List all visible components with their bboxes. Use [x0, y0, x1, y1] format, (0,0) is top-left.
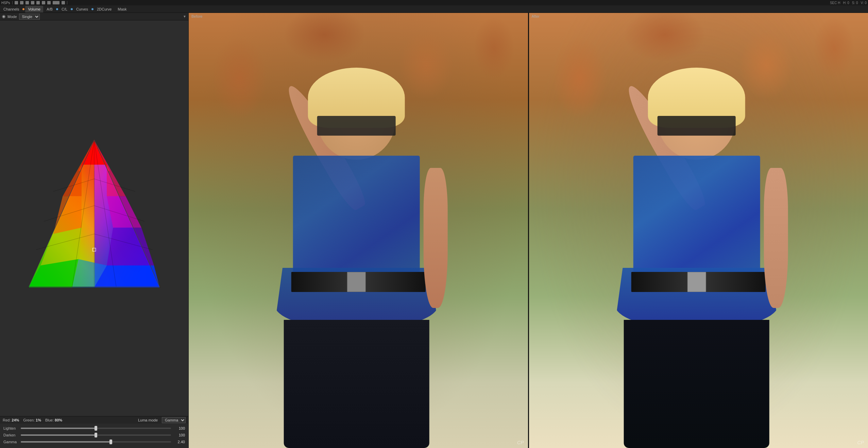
- gamma-thumb[interactable]: [109, 440, 112, 444]
- darken-track[interactable]: [21, 434, 171, 436]
- before-skirt: [284, 320, 429, 448]
- after-torso: [633, 156, 760, 284]
- tab-volume-label: Volume: [28, 7, 40, 11]
- lighten-fill: [21, 428, 96, 429]
- color-wheel-area[interactable]: [0, 20, 188, 416]
- tab-mask-label: Mask: [118, 7, 126, 11]
- color-info-bar: Red: 24% Green: 1% Blue: 80% Luma mode G…: [0, 416, 188, 424]
- sliders-area: Lighten 100 Darken 100 Gamma: [0, 424, 188, 448]
- gamma-label: Gamma: [3, 440, 19, 444]
- left-panel: Mode Single Multi ▼: [0, 13, 189, 448]
- lighten-label: Lighten: [3, 426, 19, 430]
- tab-ab[interactable]: A/B: [44, 6, 55, 13]
- gamma-value: 2.40: [173, 440, 185, 444]
- tab-dot-curves: [71, 8, 73, 10]
- toolbar-icon-5[interactable]: [36, 1, 40, 4]
- before-torso: [293, 156, 420, 284]
- lighten-slider-row: Lighten 100: [3, 426, 185, 431]
- toolbar-icon-9[interactable]: [62, 1, 65, 4]
- top-toolbar: HSPs SEC H H: 0 S: 0 V: 0: [0, 0, 868, 5]
- after-photo: [529, 13, 868, 448]
- darken-label: Darken: [3, 433, 19, 437]
- toolbar-icon-8[interactable]: [53, 1, 59, 4]
- tab-cl-label: C/L: [62, 7, 67, 11]
- tab-dot-cl: [56, 8, 58, 10]
- luma-mode-select[interactable]: Gamma Linear: [162, 417, 186, 423]
- tab-mask[interactable]: Mask: [115, 6, 129, 13]
- after-image: CP: [529, 13, 868, 448]
- after-buckle: [687, 272, 706, 292]
- after-figure: [605, 48, 792, 448]
- before-pane: Before: [189, 13, 528, 448]
- darken-value: 100: [173, 433, 185, 437]
- tab-channels[interactable]: Channels: [1, 6, 22, 13]
- toolbar-icon-3[interactable]: [25, 1, 29, 4]
- lighten-thumb[interactable]: [95, 426, 97, 431]
- tab-dot-2dcurve: [91, 8, 93, 10]
- darken-slider-row: Darken 100: [3, 432, 185, 438]
- color-wheel-container[interactable]: [9, 133, 179, 303]
- before-sunglasses: [317, 116, 395, 136]
- before-figure: [265, 48, 452, 448]
- tab-2dcurve[interactable]: 2DCurve: [94, 6, 114, 13]
- tab-channels-label: Channels: [3, 7, 19, 11]
- before-arm-right: [424, 168, 448, 308]
- gamma-track[interactable]: [21, 441, 171, 443]
- tab-curves[interactable]: Curves: [73, 6, 91, 13]
- toolbar-icon-6[interactable]: [42, 1, 45, 4]
- toolbar-sep-2: [67, 1, 67, 4]
- before-buckle: [347, 272, 366, 292]
- darken-thumb[interactable]: [95, 433, 97, 437]
- gamma-fill: [21, 441, 111, 443]
- before-image: CP: [189, 13, 528, 448]
- red-channel-label: Red: 24%: [3, 418, 19, 422]
- toolbar-icon-7[interactable]: [47, 1, 51, 4]
- tab-2dcurve-label: 2DCurve: [97, 7, 112, 11]
- blue-channel-value: 80%: [55, 418, 62, 422]
- toolbar-sep-1: [12, 1, 13, 4]
- tab-curves-label: Curves: [76, 7, 88, 11]
- toolbar-icon-4[interactable]: [31, 1, 34, 4]
- blue-channel-label: Blue: 80%: [45, 418, 62, 422]
- toolbar-hsps[interactable]: HSPs: [1, 1, 10, 5]
- toolbar-coords: SEC H H: 0 S: 0 V: 0: [830, 1, 867, 5]
- after-arm-right: [764, 168, 788, 308]
- darken-fill: [21, 434, 96, 436]
- tab-volume[interactable]: Volume: [25, 6, 43, 13]
- tab-bar: Channels Volume A/B C/L Curves 2DCurve M…: [0, 5, 868, 13]
- green-channel-label: Green: 1%: [23, 418, 41, 422]
- mode-radio[interactable]: [2, 15, 5, 18]
- toolbar-icon-2[interactable]: [20, 1, 23, 4]
- tab-cl[interactable]: C/L: [59, 6, 70, 13]
- mode-select[interactable]: Single Multi: [19, 14, 40, 20]
- coord-s: S: 0: [852, 1, 858, 5]
- after-pane: After: [528, 13, 868, 448]
- gamma-slider-row: Gamma 2.40: [3, 439, 185, 445]
- mode-label: Mode: [7, 15, 17, 19]
- coord-v: V: 0: [861, 1, 867, 5]
- before-photo: [189, 13, 528, 448]
- tab-dot-volume: [22, 8, 24, 10]
- mode-bar: Mode Single Multi ▼: [0, 13, 188, 20]
- after-skirt: [624, 320, 769, 448]
- panel-collapse-arrow[interactable]: ▼: [183, 15, 186, 18]
- toolbar-icon-1[interactable]: [15, 1, 18, 4]
- lighten-value: 100: [173, 426, 185, 430]
- coord-sec: SEC H: [830, 1, 840, 5]
- coord-h: H: 0: [843, 1, 849, 5]
- red-channel-value: 24%: [12, 418, 19, 422]
- green-channel-value: 1%: [36, 418, 41, 422]
- lighten-track[interactable]: [21, 428, 171, 429]
- after-sunglasses: [658, 116, 736, 136]
- main-layout: Mode Single Multi ▼: [0, 13, 868, 448]
- gamut-svg[interactable]: [9, 133, 179, 303]
- right-panel: Before: [189, 13, 868, 448]
- luma-mode-label: Luma mode: [138, 418, 158, 422]
- tab-ab-label: A/B: [47, 7, 53, 11]
